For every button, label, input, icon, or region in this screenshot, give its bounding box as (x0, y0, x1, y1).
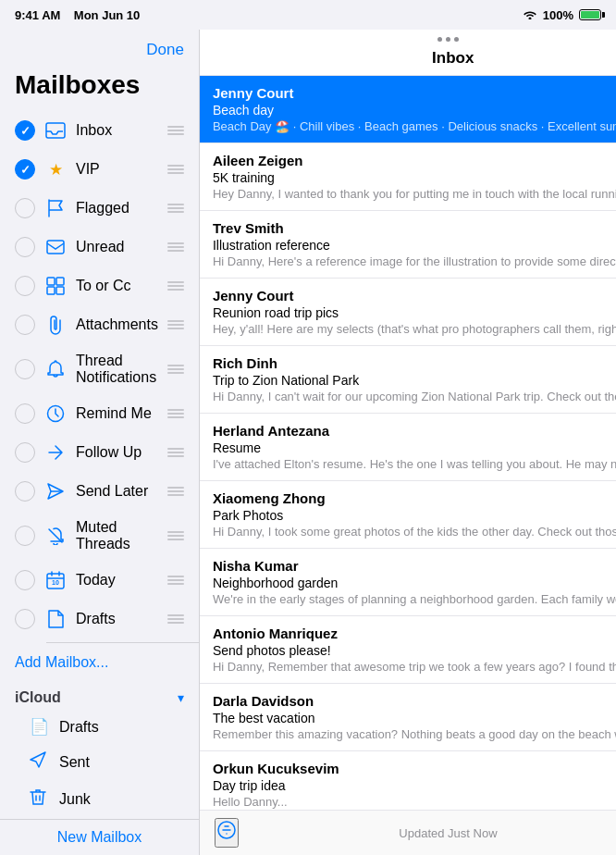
icloud-junk[interactable]: Junk (15, 780, 184, 818)
mutedthreads-check (15, 526, 35, 546)
sidebar-item-remind-me[interactable]: Remind Me (0, 394, 199, 433)
svg-rect-3 (56, 278, 64, 285)
email-subject: Resume (213, 440, 616, 455)
main-container: Done Mailboxes Inbox ★ VIP (0, 30, 616, 855)
followup-check (15, 442, 35, 463)
email-sender: Antonio Manriquez (213, 626, 338, 641)
toorcc-drag (167, 281, 184, 291)
email-sender: Jenny Court (213, 85, 294, 101)
email-item[interactable]: Trev Smith 5/3/24 Illustration reference… (200, 211, 616, 279)
vip-drag (167, 165, 184, 174)
icloud-sent[interactable]: Sent (15, 744, 184, 780)
bottom-bar: Updated Just Now (200, 810, 616, 855)
email-preview: Hey, y'all! Here are my selects (that's … (213, 322, 616, 336)
email-subject: Beach day (213, 103, 616, 118)
paperclip-icon (44, 314, 67, 336)
flag-icon (44, 197, 67, 219)
sidebar-item-vip[interactable]: ★ VIP (0, 150, 199, 189)
status-day: Mon Jun 10 (74, 8, 141, 22)
icloud-drafts-label: Drafts (59, 719, 99, 736)
toorcc-icon (44, 275, 67, 297)
unread-drag (167, 242, 184, 252)
threadnotif-check (15, 359, 35, 379)
drafts-check (15, 609, 35, 629)
icloud-drafts-icon: 📄 (30, 717, 50, 737)
unread-check (15, 237, 35, 257)
email-sender: Jenny Court (213, 288, 294, 304)
email-subject: Reunion road trip pics (213, 305, 616, 320)
email-item[interactable]: Jenny Court 5/2/24 Reunion road trip pic… (200, 279, 616, 346)
dot-2 (446, 37, 450, 42)
svg-rect-0 (46, 123, 65, 138)
icloud-junk-icon (30, 787, 50, 811)
followup-drag (167, 448, 184, 457)
status-bar: 9:41 AM Mon Jun 10 100% (0, 0, 616, 30)
sidebar-scroll: Inbox ★ VIP (0, 111, 199, 819)
email-preview: Hey Danny, I wanted to thank you for put… (213, 187, 616, 201)
icloud-items: 📄 Drafts Sent Junk (15, 706, 184, 819)
sidebar-item-today[interactable]: 10 Today (0, 561, 199, 600)
email-sender: Orkun Kucuksevim (213, 761, 339, 776)
email-subject: 5K training (213, 170, 616, 185)
add-mailbox-button[interactable]: Add Mailbox... (0, 647, 199, 678)
email-item[interactable]: Rich Dinh 4/28/24 Trip to Zion National … (200, 346, 616, 414)
chevron-down-icon: ▾ (178, 690, 184, 705)
done-button[interactable]: Done (146, 41, 184, 59)
email-item[interactable]: Darla Davidson 4/17/24 The best vacation… (200, 684, 616, 751)
email-item[interactable]: Orkun Kucuksevim 4/15/24 Day trip idea H… (200, 751, 616, 810)
email-sender: Nisha Kumar (213, 558, 299, 574)
sidebar-item-muted-threads[interactable]: Muted Threads (0, 511, 199, 561)
email-preview: Hello Danny... (213, 795, 616, 809)
inbox-label: Inbox (76, 122, 158, 139)
email-item[interactable]: Jenny Court 5/5/24 Beach day Beach Day 🏖… (200, 76, 616, 143)
email-subject: Neighborhood garden (213, 576, 616, 590)
thread-notifications-label: Thread Notifications (76, 353, 158, 386)
email-sender: Aileen Zeigen (213, 153, 303, 168)
icloud-title: iCloud (15, 689, 61, 706)
sidebar-item-thread-notifications[interactable]: Thread Notifications (0, 344, 199, 394)
flagged-label: Flagged (76, 200, 158, 217)
email-item[interactable]: Aileen Zeigen 5/4/24 5K training 📎 Hey D… (200, 143, 616, 211)
doc-icon (44, 608, 67, 630)
battery-icon (579, 9, 601, 20)
muted-threads-label: Muted Threads (76, 519, 158, 552)
followup-icon (44, 441, 67, 464)
new-mailbox-button[interactable]: New Mailbox (57, 829, 142, 846)
sidebar-item-drafts[interactable]: Drafts (0, 600, 199, 638)
sidebar-item-unread[interactable]: Unread (0, 228, 199, 266)
icloud-junk-label: Junk (59, 791, 91, 808)
sidebar-item-send-later[interactable]: Send Later (0, 472, 199, 511)
toorcc-check (15, 276, 35, 296)
email-sender: Rich Dinh (213, 355, 277, 371)
unread-icon (44, 236, 67, 258)
sidebar-item-toorcc[interactable]: To or Cc (0, 266, 199, 305)
follow-up-label: Follow Up (76, 444, 158, 461)
email-item[interactable]: Xiaomeng Zhong 4/27/24 Park Photos Hi Da… (200, 481, 616, 549)
wifi-icon (523, 8, 537, 22)
vip-icon: ★ (44, 158, 67, 180)
remindme-drag (167, 409, 184, 418)
attachments-label: Attachments (76, 316, 158, 333)
threadnotif-drag (167, 365, 184, 374)
vip-check (15, 159, 35, 180)
email-preview: Hi Danny, Remember that awesome trip we … (213, 660, 616, 674)
sidebar-item-follow-up[interactable]: Follow Up (0, 433, 199, 472)
today-check (15, 570, 35, 590)
sidebar-item-flagged[interactable]: Flagged (0, 189, 199, 228)
icloud-header[interactable]: iCloud ▾ (15, 689, 184, 706)
right-panel: Inbox Edit Jenny Court 5/5/24 Beach day … (200, 30, 616, 855)
filter-button[interactable] (215, 818, 239, 848)
clock-icon (44, 403, 67, 425)
inbox-drag (167, 126, 184, 135)
email-item[interactable]: Nisha Kumar 4/27/24 Neighborhood garden … (200, 549, 616, 616)
sidebar-item-inbox[interactable]: Inbox (0, 111, 199, 150)
section-divider (46, 642, 199, 643)
remind-me-label: Remind Me (76, 405, 158, 422)
sidebar-item-attachments[interactable]: Attachments (0, 305, 199, 344)
email-item[interactable]: Antonio Manriquez 4/22/24 Send photos pl… (200, 616, 616, 684)
icloud-drafts[interactable]: 📄 Drafts (15, 710, 184, 744)
sidebar-header: Done (0, 30, 199, 67)
email-item[interactable]: Herland Antezana 4/28/24 Resume 📎 I've a… (200, 414, 616, 481)
email-subject: Illustration reference (213, 238, 616, 253)
email-subject: Send photos please! (213, 643, 616, 658)
